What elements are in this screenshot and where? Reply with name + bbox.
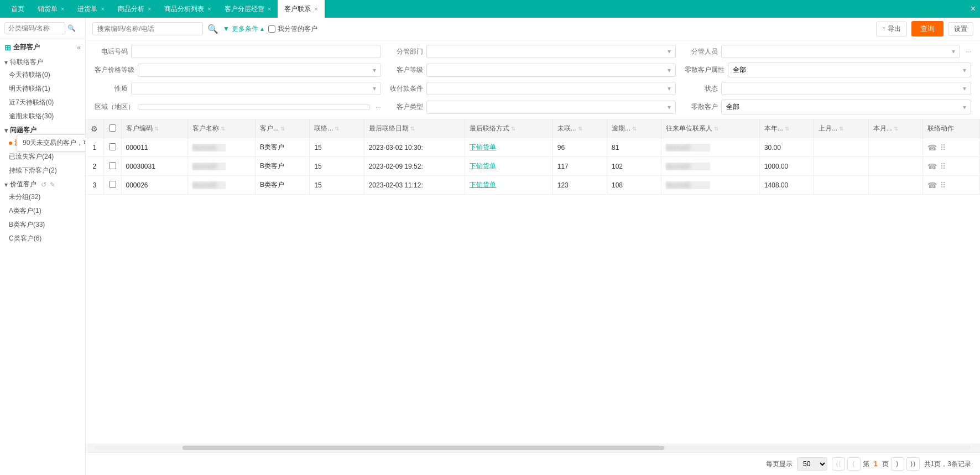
sort-person-icon: ⇅ bbox=[714, 126, 718, 132]
filter-dept-select[interactable]: ▾ bbox=[426, 45, 676, 58]
filter-phone: 电话号码 bbox=[95, 45, 381, 58]
close-tab-product-analysis[interactable]: × bbox=[148, 6, 151, 12]
sidebar-item-today-contact[interactable]: 今天待联络(0) bbox=[0, 68, 85, 82]
first-page-button[interactable]: ⟨⟨ bbox=[832, 457, 845, 471]
contact-action-icon[interactable]: ☎ bbox=[927, 181, 937, 190]
export-button[interactable]: ↑ 导出 bbox=[876, 22, 907, 36]
contact-method-link[interactable]: 下销货单 bbox=[470, 181, 496, 189]
more-action-icon[interactable]: ⠿ bbox=[940, 143, 946, 152]
collapse-sidebar-icon[interactable]: « bbox=[77, 44, 81, 51]
row-checkbox[interactable] bbox=[109, 181, 116, 188]
tab-product-analysis-list[interactable]: 商品分析列表 × bbox=[158, 0, 217, 18]
row-checkbox-cell[interactable] bbox=[103, 138, 121, 157]
filter-sparse-customer-select[interactable]: 全部 ▾ bbox=[721, 100, 971, 114]
th-overdue[interactable]: 逾期... ⇅ bbox=[607, 119, 661, 138]
sidebar-item-declining[interactable]: 持续下滑客户(2) bbox=[0, 164, 85, 178]
th-customer-name[interactable]: 客户名称 ⇅ bbox=[187, 119, 255, 138]
th-checkbox[interactable] bbox=[103, 119, 121, 138]
filter-region-dots[interactable]: ··· bbox=[376, 103, 381, 111]
row-code: 000011 bbox=[121, 138, 187, 157]
close-tab-customer-layering[interactable]: × bbox=[268, 6, 271, 12]
filter-more-button[interactable]: ▼ 更多条件 ▴ bbox=[223, 24, 264, 34]
sidebar-group-pending[interactable]: ▾ 待联络客户 bbox=[0, 55, 85, 68]
th-contact-count[interactable]: 联络... ⇅ bbox=[310, 119, 364, 138]
sidebar-item-overdue-contact[interactable]: 逾期未联络(30) bbox=[0, 109, 85, 123]
th-customer-level[interactable]: 客户... ⇅ bbox=[256, 119, 310, 138]
query-button[interactable]: 查询 bbox=[911, 21, 943, 36]
sidebar-all-customers[interactable]: ⊞ 全部客户 « bbox=[0, 39, 85, 55]
next-page-button[interactable]: ⟩ bbox=[891, 457, 904, 471]
th-last-contact-method[interactable]: 最后联络方式 ⇅ bbox=[465, 119, 553, 138]
filter-sparse-attr-select[interactable]: 全部 ▾ bbox=[728, 62, 971, 77]
sidebar-item-7day-contact[interactable]: 近7天待联络(0) bbox=[0, 96, 85, 109]
select-all-checkbox[interactable] bbox=[109, 124, 116, 132]
tab-customer-contact[interactable]: 客户联系 × bbox=[278, 0, 324, 18]
gear-icon[interactable]: ⚙ bbox=[91, 124, 98, 133]
sidebar-item-class-b[interactable]: B类客户(33) bbox=[0, 218, 85, 232]
row-last-contact-method[interactable]: 下销货单 bbox=[465, 157, 553, 176]
filter-row-4: 区域（地区） ··· 客户类型 ▾ 零散客户 全部 bbox=[95, 100, 971, 114]
row-checkbox-cell[interactable] bbox=[103, 157, 121, 176]
close-tab-purchase[interactable]: × bbox=[101, 6, 104, 12]
sidebar-item-ungrouped[interactable]: 未分组(32) bbox=[0, 190, 85, 204]
filter-status-select[interactable]: ▾ bbox=[721, 82, 971, 95]
tab-product-analysis[interactable]: 商品分析 × bbox=[111, 0, 158, 18]
last-page-button[interactable]: ⟩⟩ bbox=[906, 457, 920, 471]
close-tab-customer-contact[interactable]: × bbox=[314, 6, 317, 12]
sidebar-item-class-a[interactable]: A类客户(1) bbox=[0, 204, 85, 218]
more-action-icon[interactable]: ⠿ bbox=[940, 181, 946, 190]
table-header-row: ⚙ 客户编码 ⇅ 客户名称 bbox=[86, 119, 980, 138]
row-last-contact-method[interactable]: 下销货单 bbox=[465, 176, 553, 195]
row-checkbox[interactable] bbox=[109, 162, 116, 169]
row-checkbox-cell[interactable] bbox=[103, 176, 121, 195]
filter-payment-select[interactable]: ▾ bbox=[426, 82, 676, 95]
th-contact-person[interactable]: 往来单位联系人 ⇅ bbox=[661, 119, 760, 138]
tab-purchase-order[interactable]: 进货单 × bbox=[71, 0, 111, 18]
sidebar-search-input[interactable] bbox=[4, 22, 65, 34]
row-last-contact-method[interactable]: 下销货单 bbox=[465, 138, 553, 157]
prev-page-button[interactable]: ⟨ bbox=[847, 457, 861, 471]
th-uncontacted[interactable]: 未联... ⇅ bbox=[552, 119, 607, 138]
sidebar-item-churned[interactable]: 已流失客户(24) bbox=[0, 150, 85, 164]
tab-sales-order[interactable]: 销货单 × bbox=[31, 0, 71, 18]
th-this-month[interactable]: 本月... ⇅ bbox=[868, 119, 922, 138]
row-checkbox[interactable] bbox=[109, 143, 116, 150]
refresh-icon[interactable]: ↺ bbox=[41, 181, 46, 189]
settings-button[interactable]: 设置 bbox=[948, 22, 973, 36]
filter-price-level-select[interactable]: ▾ bbox=[138, 64, 381, 77]
sidebar-item-class-c[interactable]: C类客户(6) bbox=[0, 232, 85, 246]
close-tab-sales[interactable]: × bbox=[61, 6, 64, 12]
sidebar-item-tomorrow-contact[interactable]: 明天待联络(1) bbox=[0, 82, 85, 96]
search-input[interactable] bbox=[92, 22, 203, 35]
contact-action-icon[interactable]: ☎ bbox=[927, 143, 937, 152]
contact-method-link[interactable]: 下销货单 bbox=[470, 162, 496, 170]
horizontal-scrollbar[interactable] bbox=[95, 446, 971, 450]
filter-customer-type-select[interactable]: ▾ bbox=[426, 101, 676, 114]
per-page-select[interactable]: 50 100 200 bbox=[797, 457, 827, 471]
filter-customer-level-select[interactable]: ▾ bbox=[426, 64, 676, 77]
edit-icon[interactable]: ✎ bbox=[50, 181, 55, 189]
th-last-month[interactable]: 上月... ⇅ bbox=[814, 119, 868, 138]
filter-phone-input[interactable] bbox=[131, 45, 381, 58]
contact-action-icon[interactable]: ☎ bbox=[927, 162, 937, 171]
filter-manager-dots[interactable]: ··· bbox=[966, 48, 971, 55]
tab-home[interactable]: 首页 bbox=[4, 0, 31, 18]
sidebar-group-value[interactable]: ▾ 价值客户 ↺ ✎ bbox=[0, 178, 85, 190]
th-last-contact-date[interactable]: 最后联络日期 ⇅ bbox=[364, 119, 465, 138]
close-tab-product-list[interactable]: × bbox=[207, 6, 211, 12]
scrollbar-thumb[interactable] bbox=[183, 446, 665, 450]
filter-manager-select[interactable]: ▾ bbox=[721, 45, 960, 58]
th-customer-code[interactable]: 客户编码 ⇅ bbox=[121, 119, 187, 138]
more-action-icon[interactable]: ⠿ bbox=[940, 162, 946, 171]
sidebar-search-icon[interactable]: 🔍 bbox=[67, 24, 76, 32]
my-customers-checkbox-label[interactable]: 我分管的客户 bbox=[268, 24, 317, 34]
search-icon-button[interactable]: 🔍 bbox=[207, 24, 218, 34]
topbar-close-button[interactable]: × bbox=[971, 4, 976, 14]
filter-region-select[interactable] bbox=[138, 105, 370, 110]
th-this-year[interactable]: 本年... ⇅ bbox=[759, 119, 814, 138]
contact-method-link[interactable]: 下销货单 bbox=[470, 143, 496, 151]
filter-nature-select[interactable]: ▾ bbox=[131, 82, 381, 95]
th-gear[interactable]: ⚙ bbox=[86, 119, 103, 138]
tab-customer-layering[interactable]: 客户分层经营 × bbox=[218, 0, 278, 18]
my-customers-checkbox[interactable] bbox=[268, 25, 275, 33]
